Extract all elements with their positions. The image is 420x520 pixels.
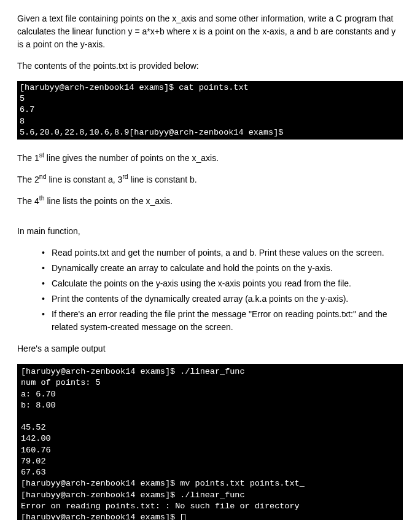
term2-l1: [harubyy@arch-zenbook14 exams]$ ./linear… <box>21 367 245 376</box>
term1-line5: 5.6,20.0,22.8,10.6,8.9[harubyy@arch-zenb… <box>20 128 283 137</box>
list-item: If there's an error reading the file pri… <box>42 308 403 334</box>
list-item: Dynamically create an array to calculate… <box>42 262 403 275</box>
desc3-sup: th <box>39 194 45 202</box>
term1-line3: 6.7 <box>20 105 34 114</box>
desc1-post: line gives the number of points on the x… <box>44 153 219 163</box>
desc3-post: line lists the points on the x_axis. <box>45 196 173 206</box>
term2-l4: b: 8.00 <box>21 401 56 410</box>
list-item: Read points.txt and get the number of po… <box>42 246 403 259</box>
term1-line2: 5 <box>20 94 25 103</box>
term2-l14: [harubyy@arch-zenbook14 exams]$ <box>21 513 180 520</box>
desc2-sup: nd <box>39 173 47 180</box>
list-item: Print the contents of the dynamically cr… <box>42 293 403 305</box>
terminal-block-2: [harubyy@arch-zenbook14 exams]$ ./linear… <box>17 364 403 520</box>
cursor-icon <box>181 514 185 520</box>
desc-line-2: The 2nd line is constant a, 3rd line is … <box>17 173 403 186</box>
term1-line1: [harubyy@arch-zenbook14 exams]$ cat poin… <box>20 83 249 92</box>
list-item: Calculate the points on the y-axis using… <box>42 277 403 290</box>
term2-l8: 160.76 <box>21 446 51 455</box>
term1-line4: 8 <box>20 117 25 126</box>
sample-output-label: Here's a sample output <box>17 342 403 355</box>
desc2-post: line is constant b. <box>128 175 197 184</box>
contents-label: The contents of the points.txt is provid… <box>17 60 403 73</box>
intro-paragraph: Given a text file containing points on t… <box>17 12 403 51</box>
term2-l3: a: 6.70 <box>21 390 56 399</box>
desc1-sup: st <box>39 151 44 159</box>
bullet-list: Read points.txt and get the number of po… <box>17 246 403 334</box>
term2-l10: 67.63 <box>21 468 46 477</box>
term2-l2: num of points: 5 <box>21 378 101 387</box>
desc-line-3: The 4th line lists the points on the x_a… <box>17 195 403 208</box>
main-function-heading: In main function, <box>17 225 403 238</box>
term2-l13: Error on reading points.txt: : No such f… <box>21 502 300 511</box>
desc3-pre: The 4 <box>17 196 39 206</box>
term2-l7: 142.00 <box>21 434 51 443</box>
desc2-sup2: rd <box>122 173 128 180</box>
term2-l9: 79.02 <box>21 457 46 466</box>
term2-l6: 45.52 <box>21 423 46 432</box>
term2-l11: [harubyy@arch-zenbook14 exams]$ mv point… <box>21 479 305 488</box>
terminal-block-1: [harubyy@arch-zenbook14 exams]$ cat poin… <box>17 81 403 140</box>
term2-l12: [harubyy@arch-zenbook14 exams]$ ./linear… <box>21 490 245 500</box>
desc1-pre: The 1 <box>17 153 39 163</box>
desc2-pre: The 2 <box>17 175 39 184</box>
desc-line-1: The 1st line gives the number of points … <box>17 152 403 165</box>
desc2-mid: line is constant a, 3 <box>47 175 123 184</box>
